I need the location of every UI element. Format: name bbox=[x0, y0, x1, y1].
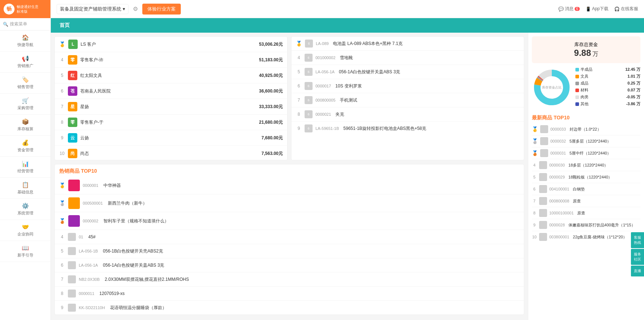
medal-icon: 🥈 bbox=[532, 138, 538, 144]
list-item: 5 0000029 18颗粒板（1220*2440） bbox=[532, 171, 640, 183]
center-panel: 🥇 L LS 客户 53,006.26元 4 零 零售客户-许 51,183.0… bbox=[51, 33, 528, 320]
search-menu-trigger[interactable]: 🔍 搜索菜单 bbox=[3, 21, 48, 27]
message-badge: 6 bbox=[575, 7, 580, 11]
hot-products-title: 热销商品 TOP10 bbox=[55, 164, 524, 177]
sidebar-item-stock[interactable]: 📦 库存核算 bbox=[0, 115, 50, 136]
customer-service-button[interactable]: 客服热线 bbox=[631, 232, 644, 248]
product-icon bbox=[539, 233, 547, 241]
list-item: 4 6 001000002 雪地靴 bbox=[292, 51, 524, 65]
list-item: 7 星 星扬 33,333.00元 bbox=[55, 99, 287, 115]
marketing-icon: 📢 bbox=[22, 55, 29, 62]
list-item: 9 6 LA-59651-1B 59651-1B旋转投影灯电池盒ABS黑色+58… bbox=[292, 122, 524, 135]
page-tab-home[interactable]: 首页 bbox=[57, 22, 73, 29]
product-icon bbox=[539, 173, 547, 181]
sidebar-item-sales[interactable]: 🏷️ 销售管理 bbox=[0, 73, 50, 94]
product-sales-top10-card: 🥇 6 LA-089 电池盖 LA-089 ABS本色+黑种 7.1克 4 6 … bbox=[291, 36, 524, 160]
sidebar-item-base[interactable]: 📋 基础信息 bbox=[0, 178, 50, 199]
list-item: 5 LA-056-1B 056-1B白色按键开关壳ABS2克 bbox=[55, 244, 524, 258]
list-item: 6 LA-056-1A 056-1A白色按键开关盖ABS 3克 bbox=[55, 258, 524, 272]
hot-products-list: 🥇 0000001 中华神器 🥈 000500001 新西兰牛肉（新牛） 🥉 bbox=[55, 177, 524, 315]
app-download-button[interactable]: 📱 App下载 bbox=[586, 6, 608, 12]
list-item: 🥇 L LS 客户 53,006.26元 bbox=[55, 37, 287, 52]
product-icon: 6 bbox=[305, 82, 313, 90]
sidebar-item-system[interactable]: ⚙️ 系统管理 bbox=[0, 199, 50, 220]
list-item: 10 003800001 22g鱼豆腐-烧烤味（1*12*20） bbox=[532, 231, 640, 243]
sidebar-item-coop[interactable]: 🤝 企业协同 bbox=[0, 220, 50, 241]
legend-dot bbox=[575, 68, 579, 71]
medal-icon: 🥇 bbox=[532, 126, 538, 132]
product-icon bbox=[540, 149, 548, 157]
logo-text: 畅捷通好生意 标准版 bbox=[17, 4, 38, 14]
system-title: 装备及固定资产辅助管理系统 bbox=[60, 6, 121, 12]
list-item: 🥇 6 LA-089 电池盖 LA-089 ABS本色+黑种 7.1克 bbox=[292, 37, 524, 51]
avatar: 尚 bbox=[68, 149, 77, 158]
sidebar-item-operation[interactable]: 📊 经营管理 bbox=[0, 157, 50, 178]
list-item: 🥈 000500001 新西兰牛肉（新牛） bbox=[55, 194, 524, 212]
online-service-button[interactable]: 🎧 在线客服 bbox=[614, 6, 638, 12]
list-item: 6 苍 苍南县人民医院 36,600.00元 bbox=[55, 83, 287, 99]
product-thumbnail bbox=[68, 290, 76, 298]
latest-products-section: 最新商品 TOP10 🥇 0000033 封边带（1.0*22） 🥈 00000… bbox=[532, 112, 640, 243]
list-item: 7 6 000800005 手机测试 bbox=[292, 93, 524, 107]
base-icon: 📋 bbox=[22, 181, 29, 188]
system-selector[interactable]: 装备及固定资产辅助管理系统 ▾ bbox=[57, 4, 129, 14]
product-icon bbox=[539, 185, 547, 193]
sidebar: 畅 畅捷通好生意 标准版 🔍 搜索菜单 🏠 快捷导航 📢 营销推广 🏷️ 销售管… bbox=[0, 0, 51, 320]
system-icon: ⚙️ bbox=[22, 202, 29, 209]
main-wrapper: 装备及固定资产辅助管理系统 ▾ ⚙ 体验行业方案 💬 消息 6 📱 App下载 … bbox=[51, 0, 644, 320]
floating-cta: 客服热线 服务社区 直播 bbox=[631, 232, 644, 276]
topbar-actions: 💬 消息 6 📱 App下载 🎧 在线客服 bbox=[558, 6, 638, 12]
list-item: 6 004100001 白钢垫 bbox=[532, 183, 640, 195]
medal-icon: 🥇 bbox=[59, 182, 65, 188]
list-item: 🥇 0000001 中华神器 bbox=[55, 177, 524, 194]
list-item: 9 0000028 体嫩嘉核味苏打饮品400毫升（1*15） bbox=[532, 219, 640, 231]
list-item: 8 0000011 12070519-xs bbox=[55, 287, 524, 301]
service-community-button[interactable]: 服务社区 bbox=[631, 249, 644, 265]
product-thumbnail bbox=[68, 215, 80, 227]
purchase-icon: 🛒 bbox=[22, 97, 29, 104]
list-item: 9 KK-SD22110H 花语萌恒温分腿睡袋（厚款） bbox=[55, 301, 524, 315]
sidebar-search-area[interactable]: 🔍 搜索菜单 bbox=[0, 18, 50, 30]
product-icon bbox=[539, 197, 547, 205]
sidebar-logo: 畅 畅捷通好生意 标准版 bbox=[0, 0, 50, 18]
product-icon: 6 bbox=[305, 124, 313, 132]
product-thumbnail bbox=[68, 233, 76, 241]
list-item: 8 6 0000021 夹克 bbox=[292, 107, 524, 122]
stock-icon: 📦 bbox=[22, 118, 29, 125]
product-icon: 6 bbox=[305, 40, 313, 48]
top-tables-row: 🥇 L LS 客户 53,006.26元 4 零 零售客户-许 51,183.0… bbox=[54, 36, 524, 160]
sidebar-item-purchase[interactable]: 🛒 采购管理 bbox=[0, 94, 50, 115]
avatar: 零 bbox=[68, 55, 77, 65]
gear-icon[interactable]: ⚙ bbox=[133, 5, 138, 12]
list-item: 7 000800008 原查 bbox=[532, 195, 640, 207]
product-icon bbox=[539, 161, 547, 169]
coop-icon: 🤝 bbox=[22, 223, 29, 230]
message-icon: 💬 bbox=[558, 7, 564, 12]
product-icon: 6 bbox=[305, 96, 313, 104]
sidebar-item-finance[interactable]: 💰 资金管理 bbox=[0, 136, 50, 157]
list-item: 9 云 云扬 7,680.00元 bbox=[55, 130, 287, 146]
try-solution-button[interactable]: 体验行业方案 bbox=[142, 4, 181, 15]
product-icon: 6 bbox=[305, 68, 313, 76]
avatar: 零 bbox=[68, 118, 77, 127]
sidebar-item-quick-nav[interactable]: 🏠 快捷导航 bbox=[0, 30, 50, 52]
donut-chart: 库存资金占比 bbox=[532, 67, 572, 107]
stock-legend: 半成品 12.45 万 文具 1.01 万 成品 0.25 万 bbox=[575, 67, 640, 108]
legend-item-product: 成品 0.25 万 bbox=[575, 81, 640, 86]
phone-icon: 📱 bbox=[586, 7, 591, 12]
list-item: 8 零 零售客户-于 21,680.00元 bbox=[55, 115, 287, 130]
stock-chart-area: 库存资金占比 半成品 12.45 万 文具 1.01 万 bbox=[532, 67, 640, 112]
message-button[interactable]: 💬 消息 6 bbox=[558, 6, 580, 12]
legend-dot bbox=[575, 95, 579, 99]
legend-dot bbox=[575, 75, 579, 78]
stock-value-display: 9.88 万 bbox=[537, 48, 635, 58]
live-stream-button[interactable]: 直播 bbox=[631, 266, 644, 276]
sidebar-item-guide[interactable]: 📖 新手引导 bbox=[0, 241, 50, 262]
legend-item-semifinished: 半成品 12.45 万 bbox=[575, 67, 640, 72]
avatar: L bbox=[68, 40, 78, 49]
list-item: 6 6 0000017 10S 变利罗浆 bbox=[292, 79, 524, 93]
sidebar-item-marketing[interactable]: 📢 营销推广 bbox=[0, 52, 50, 73]
hot-products-card: 热销商品 TOP10 🥇 0000001 中华神器 🥈 000500001 bbox=[54, 164, 524, 315]
product-icon: 6 bbox=[305, 110, 313, 118]
product-icon bbox=[539, 221, 547, 229]
